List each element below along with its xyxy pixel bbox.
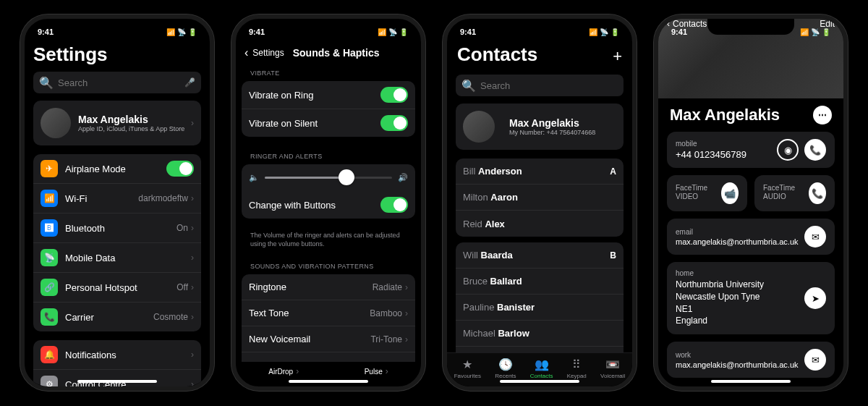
- back-label[interactable]: Settings: [252, 48, 284, 58]
- tab-favourites[interactable]: ★Favourites: [454, 358, 481, 379]
- contact-name: Milton Aaron: [463, 192, 616, 203]
- tab-icon: ⠿: [572, 358, 581, 371]
- work-card[interactable]: work max.angelakis@northumbria.ac.uk ✉: [667, 342, 835, 378]
- mail-icon[interactable]: ✉: [804, 349, 826, 371]
- contact-row[interactable]: Bruce Ballard: [456, 268, 624, 295]
- facetime-audio-card[interactable]: FaceTime AUDIO 📞: [754, 175, 835, 211]
- settings-row[interactable]: ⚙ Control Centre ›: [33, 370, 201, 386]
- video-icon[interactable]: 📹: [721, 182, 739, 204]
- contact-row[interactable]: Will BaardaB: [456, 242, 624, 268]
- settings-row[interactable]: Ringtone Radiate ›: [242, 274, 415, 300]
- avatar: [463, 111, 495, 143]
- chevron-right-icon: ›: [191, 118, 194, 128]
- volume-slider-row[interactable]: 🔈 🔊: [242, 164, 415, 191]
- search-field[interactable]: 🔍 🎤: [33, 72, 201, 93]
- row-value: Tweet: [379, 360, 402, 362]
- chevron-right-icon: ›: [191, 223, 194, 233]
- status-time: 9:41: [460, 28, 476, 36]
- row-label: Notifications: [65, 350, 191, 360]
- settings-row[interactable]: 📶 Wi-Fi darkmodeftw ›: [33, 184, 201, 213]
- toggle[interactable]: [380, 87, 408, 103]
- pulse-shortcut[interactable]: Pulse ›: [365, 366, 388, 376]
- toggle[interactable]: [380, 115, 408, 131]
- row-label: Text Tone: [249, 308, 370, 318]
- navigate-icon[interactable]: ➤: [804, 287, 826, 309]
- contact-row[interactable]: Michael Barlow: [456, 321, 624, 347]
- settings-row[interactable]: New Voicemail Tri-Tone ›: [242, 326, 415, 352]
- email-card[interactable]: email max.angelakis@northumbria.ac.uk ✉: [667, 219, 835, 255]
- work-value: max.angelakis@northumbria.ac.uk: [676, 360, 799, 369]
- notch: [496, 19, 583, 35]
- settings-row[interactable]: Change with Buttons: [242, 191, 415, 219]
- home-indicator[interactable]: [500, 380, 579, 383]
- work-label: work: [676, 351, 799, 359]
- contact-name: Bill Anderson: [463, 166, 616, 177]
- tab-label: Contacts: [530, 373, 553, 379]
- group-header: RINGER AND ALERTS: [242, 145, 415, 164]
- my-card[interactable]: Max Angelakis My Number: +44 7564074668: [456, 103, 624, 150]
- search-field[interactable]: 🔍: [456, 75, 624, 96]
- message-icon[interactable]: ◉: [777, 139, 799, 161]
- contact-name: Michael Barlow: [463, 328, 616, 339]
- settings-row[interactable]: ✈ Airplane Mode: [33, 154, 201, 184]
- row-value: Off: [176, 282, 188, 292]
- tab-recents[interactable]: 🕓Recents: [495, 358, 516, 379]
- phone-sounds: 9:41 📶 📡 🔋 ‹ Settings Sounds & Haptics V…: [231, 14, 425, 391]
- add-contact-button[interactable]: +: [613, 47, 622, 66]
- row-label: Tweet: [249, 360, 379, 362]
- mic-icon[interactable]: 🎤: [184, 77, 195, 88]
- contact-row[interactable]: Alex Bartley: [456, 347, 624, 352]
- settings-row[interactable]: Tweet Tweet ›: [242, 352, 415, 362]
- tab-icon: ★: [462, 358, 472, 371]
- row-icon: 📞: [41, 308, 58, 326]
- profile-row[interactable]: Max Angelakis Apple ID, iCloud, iTunes &…: [33, 101, 201, 145]
- row-label: Carrier: [65, 312, 153, 323]
- row-icon: 🔔: [41, 346, 58, 363]
- settings-row[interactable]: 🅱 Bluetooth On ›: [33, 213, 201, 243]
- toggle[interactable]: [166, 161, 194, 177]
- chevron-right-icon: ›: [405, 308, 408, 318]
- notch: [285, 19, 372, 35]
- mail-icon[interactable]: ✉: [804, 226, 826, 248]
- contact-row[interactable]: Bill AndersonA: [456, 158, 624, 185]
- tab-voicemail[interactable]: 📼Voicemail: [600, 358, 625, 379]
- settings-row[interactable]: Vibrate on Silent: [242, 109, 415, 137]
- contact-row[interactable]: Milton Aaron: [456, 185, 624, 211]
- mobile-card[interactable]: mobile +44 0123456789 ◉ 📞: [667, 132, 835, 168]
- volume-slider[interactable]: [265, 177, 392, 179]
- status-time: 9:41: [249, 28, 265, 36]
- more-button[interactable]: ⋯: [813, 106, 832, 124]
- tab-label: Favourites: [454, 373, 481, 379]
- settings-row[interactable]: 📞 Carrier Cosmote ›: [33, 303, 201, 331]
- home-indicator[interactable]: [77, 380, 157, 383]
- row-label: Mobile Data: [65, 253, 191, 263]
- call-icon[interactable]: 📞: [809, 182, 826, 204]
- contact-row[interactable]: Reid Alex: [456, 211, 624, 237]
- contact-row[interactable]: Pauline Banister: [456, 295, 624, 321]
- settings-row[interactable]: 🔗 Personal Hotspot Off ›: [33, 273, 201, 303]
- search-input[interactable]: [480, 80, 618, 91]
- profile-sub: Apple ID, iCloud, iTunes & App Store: [78, 125, 191, 132]
- toggle[interactable]: [380, 197, 408, 213]
- facetime-video-card[interactable]: FaceTime VIDEO 📹: [667, 175, 747, 211]
- my-number: My Number: +44 7564074668: [509, 129, 595, 136]
- settings-row[interactable]: 📡 Mobile Data ›: [33, 243, 201, 273]
- home-indicator[interactable]: [289, 380, 368, 383]
- home-indicator[interactable]: [711, 380, 791, 383]
- profile-name: Max Angelakis: [78, 114, 191, 125]
- tab-icon: 📼: [605, 358, 620, 371]
- call-icon[interactable]: 📞: [804, 139, 826, 161]
- row-label: Ringtone: [249, 282, 373, 292]
- contact-name: Bruce Ballard: [463, 276, 616, 287]
- row-label: Bluetooth: [65, 223, 176, 234]
- home-card[interactable]: home Northumbria University Newcastle Up…: [667, 262, 835, 334]
- settings-row[interactable]: 🔔 Notifications ›: [33, 340, 201, 370]
- settings-row[interactable]: Vibrate on Ring: [242, 81, 415, 109]
- settings-row[interactable]: Text Tone Bamboo ›: [242, 300, 415, 326]
- search-input[interactable]: [58, 77, 180, 88]
- tab-contacts[interactable]: 👥Contacts: [530, 358, 553, 379]
- tab-label: Recents: [495, 373, 516, 379]
- airdrop-shortcut[interactable]: AirDrop ›: [268, 366, 299, 376]
- back-icon[interactable]: ‹: [244, 46, 248, 59]
- tab-keypad[interactable]: ⠿Keypad: [567, 358, 587, 379]
